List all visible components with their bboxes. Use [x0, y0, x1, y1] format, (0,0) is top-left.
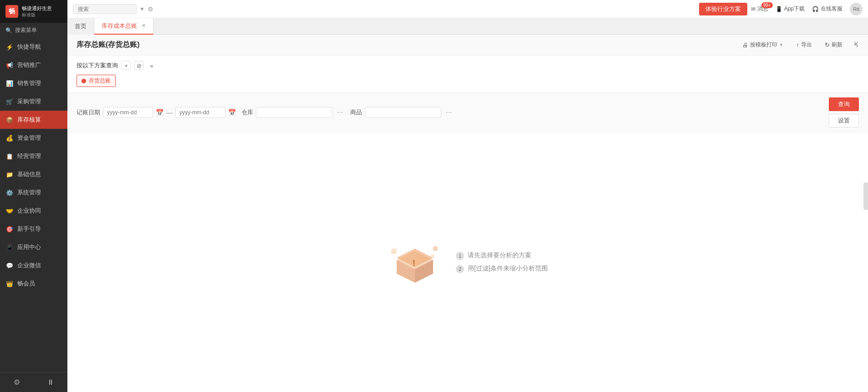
sidebar-item-enterprise[interactable]: 🤝 企业协同 — [0, 202, 67, 220]
chevron-down-icon[interactable]: ▼ — [139, 6, 145, 12]
topbar: ▼ ⚙ 体验行业方案 ✉ 消息 99+ 📱 App下载 🎧 在线客服 Rit — [67, 0, 868, 18]
tab-home-label: 首页 — [75, 22, 87, 31]
date-end-input[interactable] — [175, 107, 225, 118]
calendar-end-icon[interactable]: 📅 — [228, 109, 236, 116]
sidebar-item-marketing[interactable]: 📢 营销推广 — [0, 56, 67, 74]
sidebar-item-system[interactable]: ⚙️ 系统管理 — [0, 183, 67, 202]
warehouse-more-icon[interactable]: ··· — [335, 108, 345, 117]
print-label: 按模板打印 — [750, 41, 777, 49]
logo-title: 畅捷通好生意 — [22, 5, 52, 11]
sidebar-item-basic[interactable]: 📁 基础信息 — [0, 165, 67, 183]
product-more-icon[interactable]: ··· — [444, 108, 454, 117]
marketing-icon: 📢 — [5, 61, 14, 69]
topbar-search-input[interactable] — [73, 4, 137, 14]
settings-bottom-btn[interactable]: ⚙ — [10, 376, 24, 388]
svg-rect-5 — [391, 249, 397, 254]
export-icon: ↑ — [797, 41, 800, 48]
empty-hints: 1 请先选择要分析的方案 2 用[过滤]条件来缩小分析范围 — [456, 251, 548, 273]
sidebar-item-search[interactable]: 🔍 搜索菜单 — [0, 23, 67, 38]
date-start-input[interactable] — [103, 107, 153, 118]
sidebar-bottom: ⚙ ⏸ — [0, 372, 67, 392]
refresh-label: 刷新 — [832, 41, 842, 49]
tab-close-icon[interactable]: ✕ — [142, 23, 146, 29]
message-btn[interactable]: ✉ 消息 99+ — [751, 5, 768, 13]
appstore-icon: 📱 — [5, 243, 14, 251]
warehouse-input[interactable] — [256, 107, 332, 118]
wechat-icon: 💬 — [5, 261, 14, 270]
tabbar: 首页 库存成本总账 ✕ — [67, 18, 868, 35]
warehouse-label: 仓库 — [241, 108, 253, 117]
empty-svg: ! — [388, 235, 442, 290]
product-input[interactable] — [365, 107, 441, 118]
filter-inputs: 记账日期 📅 — 📅 仓库 ··· 商品 ··· — [67, 93, 868, 132]
sidebar-item-operation[interactable]: 📋 经营管理 — [0, 147, 67, 165]
filter-remove-btn[interactable]: ⊘ — [134, 61, 143, 70]
online-support-btn[interactable]: 🎧 在线客服 — [812, 5, 842, 13]
gear-icon[interactable]: ⚙ — [148, 5, 153, 13]
filter-collapse-btn[interactable]: « — [147, 61, 156, 70]
avatar[interactable]: Rit — [850, 3, 863, 15]
search-icon: 🔍 — [5, 27, 12, 34]
purchase-icon: 🛒 — [5, 97, 14, 106]
empty-illustration: ! — [388, 235, 442, 290]
phone-icon: 📱 — [776, 6, 782, 12]
filter-action-buttons: 查询 设置 — [829, 97, 859, 127]
refresh-icon: ↻ — [825, 41, 830, 48]
date-field: 记账日期 📅 — 📅 — [77, 107, 236, 118]
breadcrumb: ▼ ⚙ — [73, 4, 695, 14]
filter-header: 按以下方案查询 + ⊘ « — [77, 61, 859, 70]
sidebar-item-purchase[interactable]: 🛒 采购管理 — [0, 92, 67, 111]
right-edge-handle[interactable] — [863, 183, 868, 210]
filter-scheme-item[interactable]: 存货总账 — [77, 75, 116, 87]
headset-icon: 🎧 — [812, 6, 819, 12]
filter-settings-btn[interactable]: 设置 — [829, 114, 859, 127]
operation-icon: 📋 — [5, 152, 14, 160]
logo-subtitle: 标准版 — [22, 12, 52, 18]
filter-schemes-row: 存货总账 — [77, 75, 859, 87]
sidebar-item-finance[interactable]: 💰 资金管理 — [0, 129, 67, 147]
export-btn[interactable]: ↑ 导出 — [793, 39, 816, 51]
filter-label: 按以下方案查询 — [77, 61, 118, 70]
sidebar-item-wechat[interactable]: 💬 企业微信 — [0, 256, 67, 275]
collapse-sidebar-btn[interactable]: ⏸ — [43, 377, 58, 388]
sidebar-item-appstore[interactable]: 📱 应用中心 — [0, 238, 67, 256]
content-area: 库存总账(存货总账) 🖨 按模板打印 ▼ ↑ 导出 ↻ 刷新 — [67, 35, 868, 392]
tab-inventory-ledger-label: 库存成本总账 — [102, 22, 137, 30]
sidebar-item-shortcut[interactable]: ⚡ 快捷导航 — [0, 38, 67, 56]
main-area: ▼ ⚙ 体验行业方案 ✉ 消息 99+ 📱 App下载 🎧 在线客服 Rit — [67, 0, 868, 392]
app-download-btn[interactable]: 📱 App下载 — [776, 5, 805, 13]
product-label: 商品 — [350, 108, 362, 117]
tab-inventory-ledger[interactable]: 库存成本总账 ✕ — [94, 18, 153, 35]
vip-icon: 👑 — [5, 280, 14, 288]
page-title: 库存总账(存货总账) — [77, 40, 140, 50]
sidebar-item-newbie[interactable]: 🎯 新手引导 — [0, 220, 67, 238]
calendar-start-icon[interactable]: 📅 — [156, 109, 163, 116]
panel-close-btn[interactable]: ✕ — [853, 40, 859, 47]
refresh-btn[interactable]: ↻ 刷新 — [821, 39, 846, 51]
sidebar-item-inventory[interactable]: 📦 库存核算 — [0, 111, 67, 129]
hint2-text: 用[过滤]条件来缩小分析范围 — [468, 265, 548, 273]
svg-text:!: ! — [413, 259, 415, 268]
topbar-right: ✉ 消息 99+ 📱 App下载 🎧 在线客服 Rit — [751, 3, 863, 15]
shortcut-icon: ⚡ — [5, 43, 14, 51]
empty-state: ! 1 请先选择要分析的方案 2 用[过滤]条件来缩小分析范围 — [67, 132, 868, 392]
export-label: 导出 — [801, 41, 812, 49]
page-header: 库存总账(存货总账) 🖨 按模板打印 ▼ ↑ 导出 ↻ 刷新 — [67, 35, 868, 56]
sidebar-item-sales[interactable]: 📊 销售管理 — [0, 74, 67, 92]
finance-icon: 💰 — [5, 134, 14, 142]
search-label: 搜索菜单 — [15, 26, 37, 34]
query-btn[interactable]: 查询 — [829, 97, 859, 111]
scheme-label: 存货总账 — [89, 77, 111, 85]
sales-icon: 📊 — [5, 79, 14, 87]
industry-btn[interactable]: 体验行业方案 — [699, 3, 747, 15]
empty-hint-2: 2 用[过滤]条件来缩小分析范围 — [456, 265, 548, 273]
filter-add-btn[interactable]: + — [122, 61, 131, 70]
sidebar-item-vip[interactable]: 👑 畅会员 — [0, 275, 67, 293]
svg-rect-7 — [431, 254, 434, 258]
sidebar-logo: 畅 畅捷通好生意 标准版 — [0, 0, 67, 23]
system-icon: ⚙️ — [5, 188, 14, 197]
print-btn[interactable]: 🖨 按模板打印 ▼ — [739, 39, 787, 51]
tab-home[interactable]: 首页 — [67, 18, 94, 35]
empty-hint-1: 1 请先选择要分析的方案 — [456, 251, 548, 260]
date-dash: — — [166, 109, 173, 116]
